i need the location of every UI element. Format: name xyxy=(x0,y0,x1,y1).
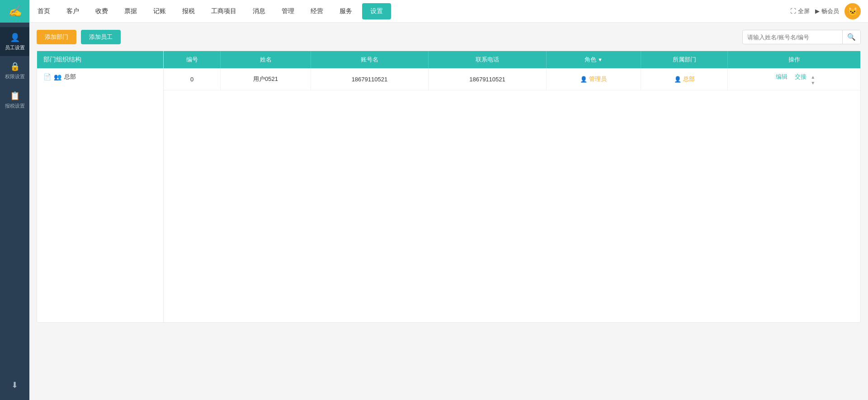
search-icon: 🔍 xyxy=(847,33,856,41)
role-user-icon: 👤 xyxy=(580,76,587,83)
sidebar-label-permission: 权限设置 xyxy=(5,73,25,80)
sidebar-item-employee[interactable]: 👤 员工设置 xyxy=(0,27,29,56)
role-filter: 角色 ▼ xyxy=(585,56,603,64)
sidebar-item-taxsettings[interactable]: 📋 报税设置 xyxy=(0,85,29,114)
add-dept-button[interactable]: 添加部门 xyxy=(37,30,76,44)
dept-user-icon: 👥 xyxy=(54,73,61,80)
content-area: 添加部门 添加员工 🔍 部门组织结构 📄 👥 总部 xyxy=(29,23,868,400)
arrow-up-icon: ▲ xyxy=(811,75,815,80)
search-input[interactable] xyxy=(743,31,842,43)
nav-manage[interactable]: 管理 xyxy=(274,0,302,23)
main-layout: 👤 员工设置 🔒 权限设置 📋 报税设置 ⬇ 添加部门 添加员工 🔍 xyxy=(0,23,868,400)
nav-home[interactable]: 首页 xyxy=(29,0,58,23)
sidebar-item-download[interactable]: ⬇ xyxy=(11,375,18,395)
toolbar: 添加部门 添加员工 🔍 xyxy=(37,30,861,44)
vip-icon: ▶ xyxy=(815,8,820,14)
col-action: 操作 xyxy=(728,51,860,68)
role-badge: 👤 管理员 xyxy=(580,75,607,83)
nav-customer[interactable]: 客户 xyxy=(58,0,87,23)
logo-icon: ✍ xyxy=(8,5,22,18)
sidebar-label-employee: 员工设置 xyxy=(5,44,25,51)
fullscreen-label: 全屏 xyxy=(798,7,810,15)
cell-dept: 👤 总部 xyxy=(641,68,728,90)
permission-icon: 🔒 xyxy=(10,61,20,71)
nav-operation[interactable]: 经营 xyxy=(302,0,331,23)
dept-file-icon: 📄 xyxy=(43,73,51,80)
filter-icon: ▼ xyxy=(598,57,603,62)
nav-bills[interactable]: 票据 xyxy=(116,0,145,23)
sidebar-bottom: ⬇ xyxy=(11,375,18,400)
fullscreen-icon: ⛶ xyxy=(790,8,796,14)
employee-icon: 👤 xyxy=(10,33,20,42)
col-name: 姓名 xyxy=(221,51,311,68)
col-role-label: 角色 xyxy=(585,56,596,64)
add-emp-button[interactable]: 添加员工 xyxy=(81,30,121,44)
nav-message[interactable]: 消息 xyxy=(245,0,274,23)
sidebar-label-taxsettings: 报税设置 xyxy=(5,103,25,109)
transfer-link[interactable]: 交接 xyxy=(795,73,807,80)
nav-business[interactable]: 工商项目 xyxy=(203,0,245,23)
nav-tax[interactable]: 报税 xyxy=(174,0,203,23)
dept-badge: 👤 总部 xyxy=(674,75,695,83)
employee-panel: 编号 姓名 账号名 联系电话 角色 ▼ 所属部门 操作 xyxy=(164,51,860,322)
fullscreen-button[interactable]: ⛶ 全屏 xyxy=(790,7,810,15)
employee-table: 编号 姓名 账号名 联系电话 角色 ▼ 所属部门 操作 xyxy=(164,51,860,90)
role-text: 管理员 xyxy=(589,75,607,83)
nav-items: 首页 客户 收费 票据 记账 报税 工商项目 消息 管理 经营 服务 设置 xyxy=(29,0,790,22)
nav-service[interactable]: 服务 xyxy=(331,0,360,23)
cell-role: 👤 管理员 xyxy=(546,68,641,90)
search-button[interactable]: 🔍 xyxy=(842,30,860,44)
arrow-down-icon: ▼ xyxy=(811,80,815,85)
scroll-arrows[interactable]: ▲ ▼ xyxy=(811,75,815,85)
dept-name: 总部 xyxy=(64,73,76,81)
download-icon: ⬇ xyxy=(11,380,18,390)
col-id: 编号 xyxy=(164,51,221,68)
col-phone: 联系电话 xyxy=(429,51,547,68)
cell-phone: 18679110521 xyxy=(429,68,547,90)
nav-accounting[interactable]: 记账 xyxy=(145,0,174,23)
vip-button[interactable]: ▶ 畅会员 xyxy=(815,7,839,15)
col-account: 账号名 xyxy=(311,51,429,68)
avatar-icon: 🐱 xyxy=(848,6,858,16)
vip-label: 畅会员 xyxy=(821,7,839,15)
edit-link[interactable]: 编辑 xyxy=(776,73,788,80)
table-header-row: 编号 姓名 账号名 联系电话 角色 ▼ 所属部门 操作 xyxy=(164,51,860,68)
logo-area: ✍ xyxy=(0,0,29,23)
search-bar: 🔍 xyxy=(742,30,861,44)
col-role[interactable]: 角色 ▼ xyxy=(546,51,641,68)
sidebar-item-permission[interactable]: 🔒 权限设置 xyxy=(0,56,29,85)
nav-charge[interactable]: 收费 xyxy=(87,0,116,23)
dept-text: 总部 xyxy=(683,75,695,83)
dept-tree-item[interactable]: 📄 👥 总部 xyxy=(37,68,163,85)
col-dept: 所属部门 xyxy=(641,51,728,68)
panel-container: 部门组织结构 📄 👥 总部 编号 姓名 账号名 联系电话 xyxy=(37,51,861,323)
cell-name: 用户0521 xyxy=(221,68,311,90)
user-avatar[interactable]: 🐱 xyxy=(844,3,861,19)
cell-id: 0 xyxy=(164,68,221,90)
dept-user-icon: 👤 xyxy=(674,76,681,83)
cell-action: 编辑 交接 ▲ ▼ xyxy=(728,68,860,90)
nav-settings[interactable]: 设置 xyxy=(362,3,391,19)
sidebar: 👤 员工设置 🔒 权限设置 📋 报税设置 ⬇ xyxy=(0,23,29,400)
table-row: 0 用户0521 18679110521 18679110521 👤 管理员 xyxy=(164,68,860,90)
taxsettings-icon: 📋 xyxy=(10,91,20,101)
top-navigation: ✍ 首页 客户 收费 票据 记账 报税 工商项目 消息 管理 经营 服务 设置 … xyxy=(0,0,868,23)
cell-account: 18679110521 xyxy=(311,68,429,90)
top-right-area: ⛶ 全屏 ▶ 畅会员 🐱 xyxy=(790,3,861,19)
dept-panel: 部门组织结构 📄 👥 总部 xyxy=(37,51,164,322)
dept-panel-header: 部门组织结构 xyxy=(37,51,163,68)
